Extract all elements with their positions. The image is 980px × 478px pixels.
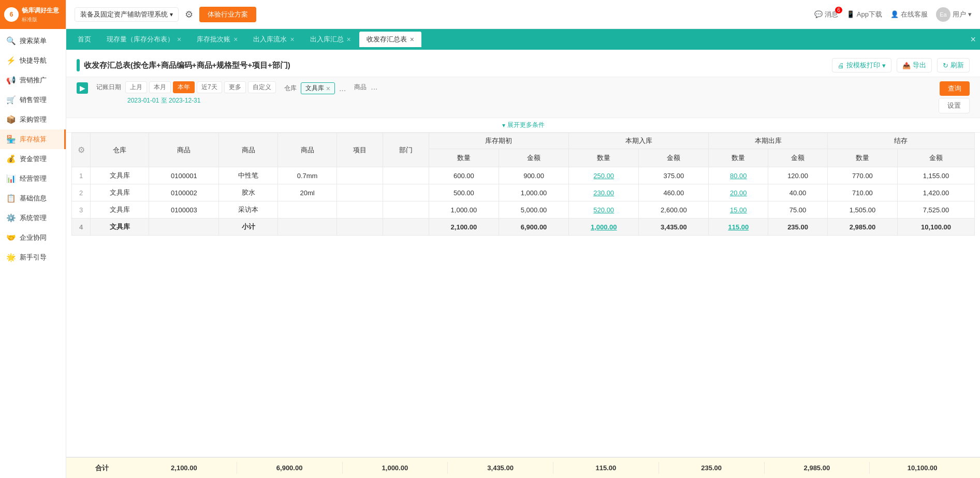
trial-btn[interactable]: 体验行业方案: [199, 7, 256, 22]
purchase-icon: 📦: [6, 115, 16, 124]
app-download-btn[interactable]: 📱 App下载: [846, 10, 882, 19]
sidebar-item-inventory[interactable]: 🏪 库存核算: [0, 129, 66, 149]
date-btn-this-year[interactable]: 本年: [173, 81, 195, 93]
sidebar-item-collab[interactable]: 🤝 企业协同: [0, 228, 66, 248]
tab-close-icon[interactable]: ×: [410, 35, 414, 44]
tab-close-icon[interactable]: ×: [347, 35, 351, 44]
th-balance: 结存: [827, 133, 974, 149]
cell-goods-spec: [277, 219, 337, 236]
tab-recv-send[interactable]: 收发存汇总表 ×: [359, 32, 421, 47]
warehouse-tag[interactable]: 文具库 ×: [301, 82, 335, 94]
tab-close-icon[interactable]: ×: [233, 35, 238, 44]
cell-out-amt: 40.00: [768, 184, 828, 201]
sidebar-item-finance[interactable]: 💰 资金管理: [0, 149, 66, 169]
cell-in-qty[interactable]: 230.00: [569, 184, 639, 201]
settings-btn[interactable]: 设置: [939, 98, 970, 113]
cell-project: [337, 167, 383, 184]
cell-num: 3: [72, 201, 91, 219]
search-icon: 🔍: [6, 36, 16, 46]
cell-in-qty[interactable]: 1,000.00: [569, 219, 639, 236]
cell-in-qty[interactable]: 250.00: [569, 167, 639, 184]
date-btn-7days[interactable]: 近7天: [197, 81, 222, 93]
gear-icon[interactable]: ⚙: [185, 9, 193, 20]
system-selector[interactable]: 装备及固定资产辅助管理系统 ▾: [75, 7, 179, 22]
goods-filter: 商品 ...: [354, 82, 377, 92]
sidebar-item-search[interactable]: 🔍 搜索菜单: [0, 31, 66, 51]
cell-out-qty[interactable]: 115.00: [709, 219, 768, 236]
tab-home[interactable]: 首页: [70, 32, 98, 47]
th-warehouse: 仓库: [91, 133, 149, 167]
expand-collapse-btn[interactable]: ▶: [77, 82, 88, 94]
cell-goods-name: 小计: [219, 219, 277, 236]
sidebar-item-operations[interactable]: 📊 经营管理: [0, 169, 66, 189]
sidebar-item-purchase[interactable]: 📦 采购管理: [0, 110, 66, 129]
cell-warehouse: 文具库: [91, 167, 149, 184]
online-service-btn[interactable]: 👤 在线客服: [890, 10, 928, 19]
cell-out-qty[interactable]: 20.00: [709, 184, 768, 201]
tab-close-icon[interactable]: ×: [290, 35, 294, 44]
query-area: 查询 设置: [939, 81, 970, 113]
export-btn[interactable]: 📤 导出: [897, 58, 932, 73]
warehouse-label: 仓库: [284, 84, 297, 93]
table-row: 3文具库0100003采访本1,000.005,000.00520.002,60…: [72, 201, 975, 219]
date-btn-group: 上月 本月 本年 近7天 更多 自定义: [125, 81, 276, 93]
warehouse-more[interactable]: ...: [339, 84, 346, 93]
collapse-icon[interactable]: ▶: [77, 82, 88, 94]
sidebar: 6 畅库调好生意 标准版 🔍 搜索菜单 ⚡ 快捷导航 📢 营销推广 🛒 销售管理…: [0, 0, 66, 478]
service-icon: 👤: [890, 10, 899, 18]
table-row: 4文具库小计2,100.006,900.001,000.003,435.0011…: [72, 219, 975, 236]
footer-numbers: 2,100.00 6,900.00 1,000.00 3,435.00 115.…: [131, 462, 975, 474]
cell-out-qty[interactable]: 15.00: [709, 201, 768, 219]
cell-in-amt: 460.00: [639, 184, 709, 201]
avatar: Ea: [936, 7, 950, 22]
th-gear[interactable]: ⚙: [72, 133, 91, 167]
date-label: 记账日期: [96, 83, 121, 92]
print-icon: 🖨: [838, 62, 844, 69]
th-period-in: 本期入库: [569, 133, 709, 149]
cell-opening-amt: 1,000.00: [499, 184, 568, 201]
th-period-out: 本期出库: [709, 133, 827, 149]
tab-close-icon[interactable]: ×: [177, 35, 181, 44]
sidebar-item-system[interactable]: ⚙️ 系统管理: [0, 208, 66, 228]
guide-icon: 🌟: [6, 253, 16, 262]
th-out-amt: 金额: [768, 149, 828, 167]
cell-out-amt: 75.00: [768, 201, 828, 219]
sidebar-item-guide[interactable]: 🌟 新手引导: [0, 248, 66, 267]
base-icon: 📋: [6, 194, 16, 203]
goods-more[interactable]: ...: [371, 82, 377, 92]
sidebar-item-marketing[interactable]: 📢 营销推广: [0, 70, 66, 90]
warehouse-tag-close[interactable]: ×: [326, 84, 330, 93]
cell-out-qty[interactable]: 80.00: [709, 167, 768, 184]
expand-more-row: ▾ 展开更多条件: [66, 118, 980, 133]
close-all-tabs-icon[interactable]: ×: [970, 34, 976, 45]
message-icon: 💬: [814, 10, 823, 18]
tab-stock-dist[interactable]: 现存量（库存分布表） ×: [99, 32, 188, 47]
sidebar-item-sales[interactable]: 🛒 销售管理: [0, 90, 66, 110]
refresh-btn[interactable]: ↻ 刷新: [937, 58, 970, 73]
tab-batch[interactable]: 库存批次账 ×: [189, 32, 245, 47]
page-title: 收发存汇总表(按仓库+商品编码+商品+规格型号+项目+部门): [84, 61, 290, 70]
footer-balance-qty: 2,985.00: [765, 462, 870, 474]
tab-summary[interactable]: 出入库汇总 ×: [303, 32, 358, 47]
cell-balance-qty: 1,505.00: [827, 201, 897, 219]
date-btn-this-month[interactable]: 本月: [149, 81, 171, 93]
query-btn[interactable]: 查询: [940, 81, 970, 96]
date-btn-more[interactable]: 更多: [224, 81, 246, 93]
th-goods-name: 商品: [219, 133, 277, 167]
cell-goods-code: [149, 219, 219, 236]
sidebar-item-quick[interactable]: ⚡ 快捷导航: [0, 51, 66, 70]
gear-settings-icon[interactable]: ⚙: [78, 146, 85, 154]
refresh-icon: ↻: [943, 62, 948, 69]
message-btn[interactable]: 💬 消息 6: [814, 10, 838, 19]
logo-icon: 6: [4, 7, 19, 22]
expand-more-btn[interactable]: ▾ 展开更多条件: [502, 121, 545, 129]
date-btn-last-month[interactable]: 上月: [125, 81, 147, 93]
sidebar-item-base[interactable]: 📋 基础信息: [0, 189, 66, 208]
date-btn-custom[interactable]: 自定义: [248, 81, 276, 93]
th-goods-code: 商品: [149, 133, 219, 167]
footer-balance-amt: 10,100.00: [870, 462, 975, 474]
tab-flow[interactable]: 出入库流水 ×: [246, 32, 301, 47]
cell-in-qty[interactable]: 520.00: [569, 201, 639, 219]
print-btn[interactable]: 🖨 按模板打印 ▾: [832, 58, 891, 73]
user-menu[interactable]: Ea 用户 ▾: [936, 7, 972, 22]
